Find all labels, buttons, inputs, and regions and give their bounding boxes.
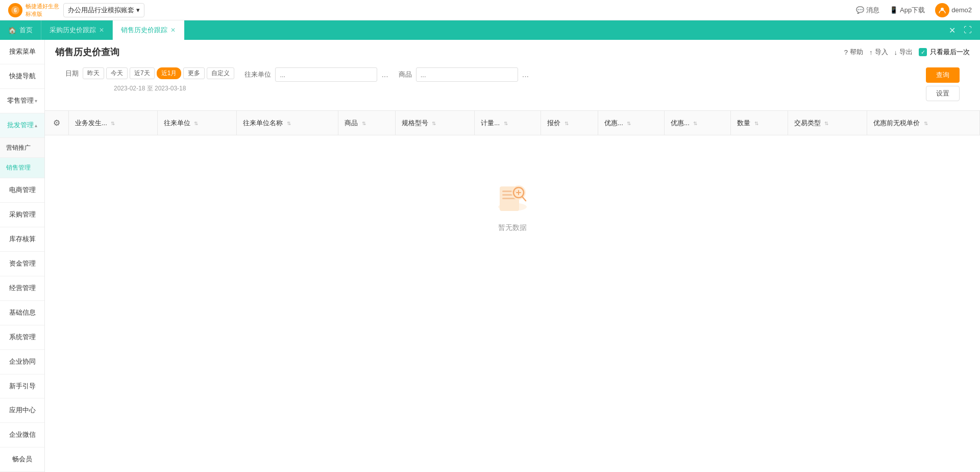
date-filter-group: 日期 昨天 今天 近7天 近1月 更多 自定义 2023-02-18 至 202…	[65, 67, 234, 93]
sidebar-item-ecommerce-mgmt[interactable]: 电商管理	[0, 178, 44, 203]
sidebar-item-search-menu[interactable]: 搜索菜单	[0, 40, 44, 64]
export-button[interactable]: ↓ 导出	[894, 48, 913, 57]
col-quantity[interactable]: 数量 ⇅	[730, 111, 788, 135]
date-btn-7days[interactable]: 近7天	[130, 67, 155, 79]
col-partner-code[interactable]: 往来单位 ⇅	[157, 111, 236, 135]
account-selector-label: 办公用品行业模拟账套	[68, 6, 134, 15]
sidebar: 搜索菜单 快捷导航 零售管理 ▾ 批发管理 ▴ 营销推广 销售管理 电商管理 采…	[0, 40, 45, 472]
page-title: 销售历史价查询	[55, 46, 119, 58]
sidebar-sub-item-marketing[interactable]: 营销推广	[0, 138, 44, 158]
sidebar-item-app-center[interactable]: 应用中心	[0, 398, 44, 423]
tab-home[interactable]: 🏠 首页	[0, 20, 41, 40]
sidebar-item-wholesale-mgmt[interactable]: 批发管理 ▴	[0, 113, 44, 138]
main-layout: 搜索菜单 快捷导航 零售管理 ▾ 批发管理 ▴ 营销推广 销售管理 电商管理 采…	[0, 40, 980, 472]
sidebar-item-enterprise-collab-label: 企业协同	[9, 358, 36, 366]
page-header: 销售历史价查询 ? 帮助 ↑ 导入 ↓ 导出 ✓	[45, 40, 980, 111]
filter-row: 日期 昨天 今天 近7天 近1月 更多 自定义 2023-02-18 至 202…	[55, 63, 970, 106]
sidebar-item-finance-mgmt-label: 资金管理	[9, 259, 36, 268]
column-settings-button[interactable]: ⚙	[51, 116, 62, 130]
sidebar-item-new-user-guide[interactable]: 新手引导	[0, 374, 44, 399]
sidebar-item-inventory-label: 库存核算	[9, 235, 36, 244]
phone-icon: 📱	[890, 6, 898, 14]
tab-purchase-history-close[interactable]: ✕	[99, 27, 104, 34]
tab-bar: 🏠 首页 采购历史价跟踪 ✕ 销售历史价跟踪 ✕ ✕ ⛶	[0, 20, 980, 40]
date-buttons: 昨天 今天 近7天 近1月 更多 自定义	[83, 67, 234, 79]
sidebar-item-retail-mgmt[interactable]: 零售管理 ▾	[0, 89, 44, 113]
product-filter-group: 商品 ...	[399, 67, 529, 82]
col-discount2[interactable]: 优惠... ⇅	[664, 111, 730, 135]
date-btn-more[interactable]: 更多	[183, 67, 205, 79]
import-icon: ↑	[869, 49, 873, 56]
sort-arrows-discount1: ⇅	[627, 121, 631, 126]
only-last-checkbox[interactable]: ✓	[919, 48, 927, 56]
only-last-checkbox-row[interactable]: ✓ 只看最后一次	[919, 48, 970, 57]
top-bar-left: 6 畅捷通好生意 标准版 办公用品行业模拟账套 ▾	[8, 3, 144, 17]
help-label: 帮助	[850, 48, 863, 57]
sidebar-item-vip-member[interactable]: 畅会员	[0, 447, 44, 472]
sidebar-item-basic-info-label: 基础信息	[9, 309, 36, 317]
sidebar-sub-item-sales-mgmt[interactable]: 销售管理	[0, 158, 44, 178]
settings-button[interactable]: 设置	[926, 86, 960, 101]
partner-filter-input[interactable]	[275, 67, 377, 82]
query-button[interactable]: 查询	[926, 67, 960, 83]
date-btn-1month[interactable]: 近1月	[157, 67, 182, 79]
col-trade-type[interactable]: 交易类型 ⇅	[788, 111, 867, 135]
col-trade-type-label: 交易类型	[794, 119, 821, 127]
col-product[interactable]: 商品 ⇅	[338, 111, 396, 135]
col-unit[interactable]: 计量... ⇅	[475, 111, 541, 135]
partner-filter-group: 往来单位 ...	[244, 67, 388, 82]
sidebar-item-enterprise-wechat[interactable]: 企业微信	[0, 423, 44, 447]
col-spec[interactable]: 规格型号 ⇅	[395, 111, 474, 135]
date-btn-today[interactable]: 今天	[106, 67, 128, 79]
sidebar-item-inventory[interactable]: 库存核算	[0, 227, 44, 252]
sidebar-item-purchase-mgmt[interactable]: 采购管理	[0, 203, 44, 227]
user-profile[interactable]: demo2	[935, 3, 972, 17]
sidebar-item-enterprise-wechat-label: 企业微信	[9, 431, 36, 439]
user-name: demo2	[951, 6, 972, 14]
tab-sales-history[interactable]: 销售历史价跟踪 ✕	[113, 20, 184, 40]
col-settings: ⚙	[45, 111, 69, 135]
tab-maximize-button[interactable]: ⛶	[962, 23, 974, 37]
partner-filter-label: 往来单位	[244, 70, 271, 79]
app-download-button[interactable]: 📱 App下载	[890, 6, 925, 15]
app-download-label: App下载	[900, 6, 925, 15]
sort-arrows-partner-name: ⇅	[287, 121, 291, 126]
sidebar-item-operation-mgmt[interactable]: 经营管理	[0, 276, 44, 301]
product-filter-dots[interactable]: ...	[522, 70, 529, 79]
page-actions: ? 帮助 ↑ 导入 ↓ 导出 ✓ 只看最后一次	[844, 48, 970, 57]
col-discount1-label: 优惠...	[604, 119, 623, 127]
sort-arrows-biz-date: ⇅	[111, 121, 115, 126]
col-pretax-price[interactable]: 优惠前无税单价 ⇅	[867, 111, 980, 135]
col-discount1[interactable]: 优惠... ⇅	[598, 111, 664, 135]
sidebar-item-enterprise-collab[interactable]: 企业协同	[0, 350, 44, 374]
sidebar-item-finance-mgmt[interactable]: 资金管理	[0, 252, 44, 276]
sidebar-item-retail-mgmt-label: 零售管理	[7, 97, 34, 105]
date-btn-custom[interactable]: 自定义	[207, 67, 234, 79]
sidebar-item-quick-nav[interactable]: 快捷导航	[0, 64, 44, 89]
tab-purchase-history[interactable]: 采购历史价跟踪 ✕	[41, 20, 113, 40]
product-filter-input[interactable]	[416, 67, 518, 82]
help-button[interactable]: ? 帮助	[844, 48, 863, 57]
tab-close-all-button[interactable]: ✕	[947, 23, 958, 37]
date-filter-label: 日期	[65, 69, 79, 78]
col-unit-label: 计量...	[481, 119, 500, 127]
sidebar-item-system-mgmt[interactable]: 系统管理	[0, 325, 44, 350]
sidebar-item-basic-info[interactable]: 基础信息	[0, 301, 44, 325]
table-body: 暂无数据	[45, 135, 980, 274]
import-button[interactable]: ↑ 导入	[869, 48, 888, 57]
sort-arrows-pretax-price: ⇅	[924, 121, 928, 126]
tab-sales-history-close[interactable]: ✕	[170, 27, 176, 34]
chevron-down-icon: ▾	[35, 98, 37, 104]
export-label: 导出	[899, 48, 913, 57]
col-partner-name[interactable]: 往来单位名称 ⇅	[237, 111, 338, 135]
account-selector[interactable]: 办公用品行业模拟账套 ▾	[63, 3, 144, 17]
date-btn-yesterday[interactable]: 昨天	[83, 67, 104, 79]
col-quoted-price[interactable]: 报价 ⇅	[541, 111, 598, 135]
date-range-text: 2023-02-18 至 2023-03-18	[114, 84, 186, 93]
col-quantity-label: 数量	[737, 119, 750, 127]
logo-area: 6 畅捷通好生意 标准版	[8, 3, 59, 17]
col-biz-date[interactable]: 业务发生... ⇅	[69, 111, 158, 135]
data-table: ⚙ 业务发生... ⇅ 往来单位 ⇅ 往来单位名称 ⇅	[45, 111, 980, 273]
partner-filter-dots[interactable]: ...	[381, 70, 388, 79]
message-button[interactable]: 💬 消息	[856, 6, 879, 15]
